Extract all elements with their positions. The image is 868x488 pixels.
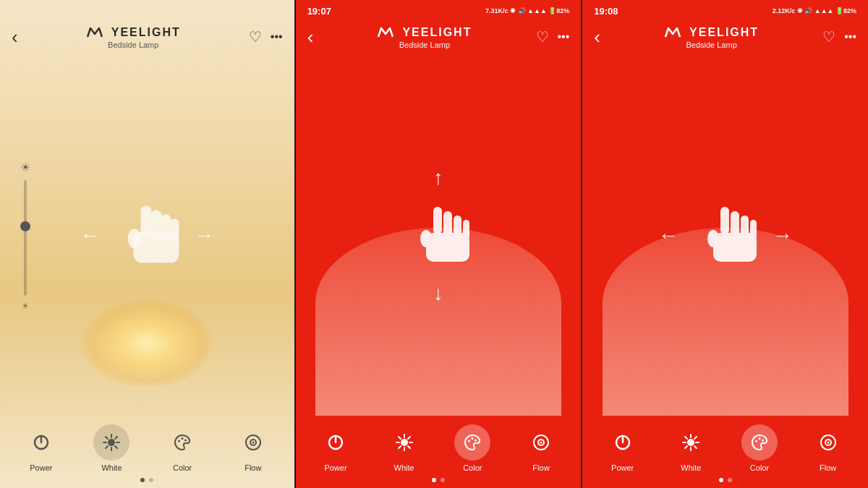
nav-flow-1[interactable]: Flow [231, 424, 275, 472]
nav-color-label-2: Color [463, 463, 482, 472]
heart-button-1[interactable]: ♡ [249, 28, 262, 46]
nav-color-icon-wrap-3 [741, 424, 778, 461]
nav-flow-3[interactable]: Flow [807, 424, 850, 472]
svg-line-37 [408, 446, 410, 448]
yeelight-logo-icon-1 [86, 27, 103, 38]
white-icon-3 [681, 433, 700, 452]
svg-line-59 [685, 437, 687, 439]
svg-line-60 [694, 446, 697, 448]
svg-point-19 [184, 440, 187, 442]
header-1: ‹ YEELIGHT Bedside Lamp ♡ ••• [0, 20, 294, 55]
svg-point-22 [252, 442, 254, 444]
flow-icon-1 [244, 433, 263, 452]
bottom-nav-1: Power White [0, 416, 294, 478]
nav-power-3[interactable]: Power [601, 424, 644, 472]
more-button-2[interactable]: ••• [558, 30, 570, 43]
main-content-1: ☀ ☀ ← [0, 55, 294, 416]
header-actions-1: ♡ ••• [249, 28, 283, 46]
yeelight-logo-icon-3 [664, 27, 681, 38]
svg-rect-0 [142, 207, 150, 234]
panel-3: 19:08 2.12K/c ❋ 🔊 ▲▲▲ 🔋82% ‹ YEELIGHT Be… [582, 0, 868, 488]
logo-text-1: YEELIGHT [111, 26, 181, 38]
header-center-3: YEELIGHT Bedside Lamp [664, 25, 759, 49]
dot-2-active [432, 478, 436, 482]
nav-power-1[interactable]: Power [20, 424, 63, 472]
more-button-3[interactable]: ••• [844, 30, 856, 43]
svg-line-38 [408, 437, 410, 439]
nav-flow-icon-wrap-3 [810, 424, 846, 461]
arrow-left-3: ← [658, 224, 678, 247]
svg-point-18 [182, 437, 184, 440]
nav-color-3[interactable]: Color [738, 424, 781, 472]
gesture-1: ← [0, 55, 294, 416]
nav-white-label-1: White [101, 463, 122, 472]
nav-power-icon-wrap-1 [23, 424, 59, 461]
nav-flow-2[interactable]: Flow [519, 424, 563, 472]
nav-color-2[interactable]: Color [451, 424, 494, 472]
back-button-3[interactable]: ‹ [594, 26, 600, 48]
arrow-left-1: ← [80, 224, 100, 247]
page-dots-2 [296, 478, 582, 488]
nav-white-icon-wrap-2 [386, 424, 422, 461]
heart-button-2[interactable]: ♡ [536, 28, 549, 46]
nav-flow-label-1: Flow [244, 463, 261, 472]
nav-white-1[interactable]: White [90, 424, 133, 472]
app-logo-2: YEELIGHT [377, 25, 472, 40]
arrow-down-2: ↓ [433, 282, 443, 305]
svg-point-45 [540, 442, 542, 444]
svg-line-14 [115, 446, 117, 448]
logo-text-2: YEELIGHT [402, 26, 472, 38]
nav-color-1[interactable]: Color [161, 424, 204, 472]
svg-line-39 [399, 446, 401, 448]
status-icons-3: 2.12K/c ❋ 🔊 ▲▲▲ 🔋82% [773, 7, 856, 14]
status-bar-1 [0, 0, 294, 20]
svg-point-63 [755, 440, 757, 442]
hand-icon-1 [114, 200, 179, 272]
arrow-right-1: → [194, 224, 214, 247]
nav-white-2[interactable]: White [383, 424, 426, 472]
power-icon-3 [613, 433, 632, 452]
nav-power-label-1: Power [30, 463, 52, 472]
subtitle-1: Bedside Lamp [108, 40, 158, 49]
back-button-2[interactable]: ‹ [307, 26, 314, 48]
svg-line-15 [115, 437, 117, 439]
svg-line-13 [106, 437, 108, 439]
svg-point-41 [472, 437, 474, 440]
more-button-1[interactable]: ••• [271, 30, 283, 43]
svg-point-40 [468, 440, 470, 442]
power-icon-1 [32, 433, 51, 452]
flow-icon-3 [819, 433, 838, 452]
status-icons-2: 7.31K/c ❋ 🔊 ▲▲▲ 🔋82% [485, 7, 569, 14]
header-actions-3: ♡ ••• [822, 28, 856, 46]
svg-rect-46 [720, 207, 729, 234]
yeelight-logo-icon-2 [377, 27, 394, 38]
arrow-up-2: ↑ [433, 166, 443, 189]
svg-point-42 [475, 440, 477, 442]
gesture-3: ← → [582, 55, 868, 416]
svg-point-54 [687, 439, 694, 446]
panel-2: 19:07 7.31K/c ❋ 🔊 ▲▲▲ 🔋82% ‹ YEELIGHT Be… [296, 0, 582, 488]
color-icon-2 [463, 433, 482, 452]
svg-line-61 [694, 437, 697, 439]
heart-button-3[interactable]: ♡ [822, 28, 835, 46]
page-dots-1 [0, 478, 294, 488]
nav-power-icon-wrap-3 [605, 424, 641, 461]
bottom-nav-3: Power White [582, 416, 868, 478]
status-bar-3: 19:08 2.12K/c ❋ 🔊 ▲▲▲ 🔋82% [582, 0, 868, 20]
nav-power-2[interactable]: Power [314, 424, 357, 472]
svg-point-8 [108, 439, 115, 446]
hand-icon-3 [693, 200, 758, 272]
svg-point-31 [401, 439, 408, 446]
header-2: ‹ YEELIGHT Bedside Lamp ♡ ••• [296, 20, 582, 55]
svg-point-17 [178, 440, 180, 442]
nav-flow-label-3: Flow [820, 463, 836, 472]
panel-1: ‹ YEELIGHT Bedside Lamp ♡ ••• ☀ ☀ [0, 0, 294, 488]
nav-white-icon-wrap-1 [93, 424, 129, 461]
status-time-3: 19:08 [594, 6, 618, 17]
back-button-1[interactable]: ‹ [12, 26, 18, 48]
gesture-arrows-2: ↑ ↓ [406, 166, 471, 305]
nav-white-icon-wrap-3 [673, 424, 709, 461]
nav-white-3[interactable]: White [669, 424, 712, 472]
nav-white-label-2: White [394, 463, 414, 472]
nav-color-icon-wrap-1 [164, 424, 200, 461]
